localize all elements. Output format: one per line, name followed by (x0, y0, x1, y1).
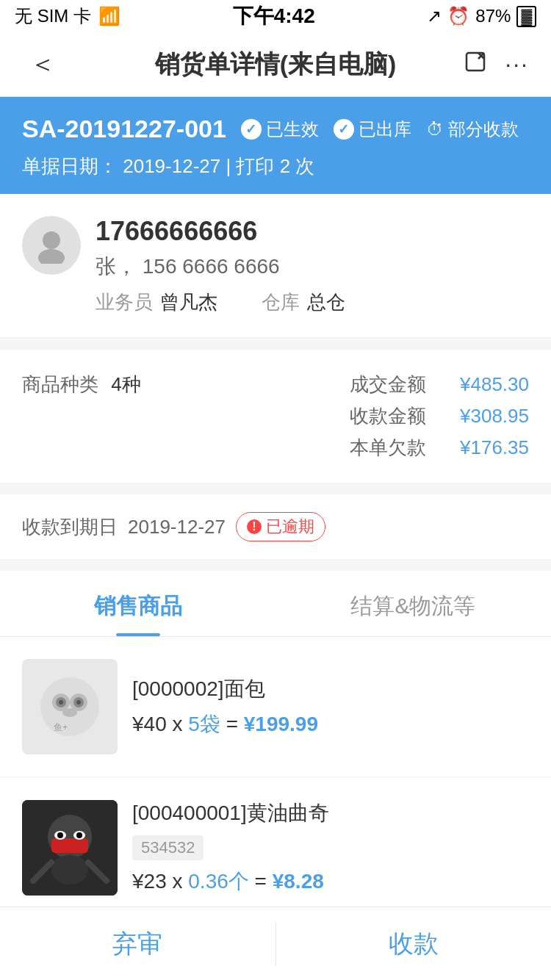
amount-label: 成交金额 (350, 372, 426, 397)
status-time: 下午4:42 (233, 2, 315, 30)
battery-icon: ▓ (516, 6, 536, 27)
customer-meta: 业务员 曾凡杰 仓库 总仓 (96, 289, 529, 315)
warehouse-item: 仓库 总仓 (262, 289, 345, 315)
order-header: SA-20191227-001 ✓ 已生效 ✓ 已出库 ⏱ 部分收款 单据日期：… (0, 97, 551, 194)
back-button[interactable]: ＜ (22, 39, 63, 90)
order-date: 2019-12-27 (123, 155, 220, 177)
svg-point-8 (59, 700, 63, 705)
product-item-2: [000400001]黄油曲奇 534532 ¥23 x 0.36个 = ¥8.… (0, 777, 551, 918)
product-code-1: [0000002]面包 (132, 675, 529, 703)
share-icon[interactable] (464, 49, 487, 80)
stats-section: 商品种类 4种 成交金额 ¥485.30 收款金额 ¥308.95 本单欠款 ¥… (0, 350, 551, 483)
amount-row: 成交金额 ¥485.30 (350, 372, 529, 397)
customer-section: 17666666666 张， 156 6666 6666 业务员 曾凡杰 仓库 … (0, 194, 551, 338)
product-image-1: 鱼+ (22, 659, 118, 754)
page-title: 销货单详情(来自电脑) (155, 48, 397, 82)
order-status-row: SA-20191227-001 ✓ 已生效 ✓ 已出库 ⏱ 部分收款 (22, 115, 529, 143)
customer-name-phone: 张， 156 6666 6666 (96, 253, 529, 281)
collect-button[interactable]: 收款 (276, 912, 552, 976)
eq-2: = (255, 870, 273, 893)
status-partial: ⏱ 部分收款 (426, 118, 519, 141)
type-value: 4种 (111, 373, 140, 395)
product-type-count: 商品种类 4种 (22, 372, 141, 397)
product-tag-2: 534532 (132, 835, 204, 860)
status-left: 无 SIM 卡 📶 (15, 4, 120, 28)
tab-settlement[interactable]: 结算&物流等 (276, 571, 551, 636)
owed-row: 本单欠款 ¥176.35 (350, 435, 529, 461)
svg-point-18 (76, 832, 82, 838)
status-bar: 无 SIM 卡 📶 下午4:42 ↗ ⏰ 87% ▓ (0, 0, 551, 32)
product-info-2: [000400001]黄油曲奇 534532 ¥23 x 0.36个 = ¥8.… (132, 799, 529, 896)
divider: | (226, 155, 236, 177)
received-label: 收款金额 (350, 403, 426, 429)
abandon-button[interactable]: 弃审 (0, 912, 276, 976)
eq-1: = (226, 713, 244, 735)
product-info-1: [0000002]面包 ¥40 x 5袋 = ¥199.99 (132, 675, 529, 738)
svg-point-9 (76, 700, 81, 705)
svg-rect-14 (51, 838, 88, 853)
print-num: 2 (280, 155, 290, 177)
check-icon-1: ✓ (241, 119, 262, 140)
financial-stats: 成交金额 ¥485.30 收款金额 ¥308.95 本单欠款 ¥176.35 (350, 372, 529, 461)
print-unit: 次 (295, 155, 314, 177)
product-price-2: ¥23 x 0.36个 = ¥8.28 (132, 868, 529, 896)
svg-point-17 (57, 832, 63, 838)
type-label: 商品种类 (22, 373, 98, 395)
total-2: ¥8.28 (273, 870, 324, 893)
multiply-1: x (173, 713, 189, 735)
product-price-1: ¥40 x 5袋 = ¥199.99 (132, 710, 529, 738)
owed-value: ¥176.35 (441, 436, 529, 459)
received-row: 收款金额 ¥308.95 (350, 403, 529, 429)
date-label: 单据日期： (22, 155, 118, 177)
nav-bar: ＜ 销货单详情(来自电脑) ··· (0, 32, 551, 97)
print-label: 打印 (236, 155, 274, 177)
nav-actions: ··· (464, 49, 529, 80)
svg-point-1 (43, 231, 60, 249)
tab-products[interactable]: 销售商品 (0, 571, 276, 636)
order-date-row: 单据日期： 2019-12-27 | 打印 2 次 (22, 154, 529, 179)
clock-icon: ⏱ (426, 119, 444, 140)
svg-point-19 (51, 855, 88, 884)
location-icon: ↗ (427, 6, 442, 26)
overdue-text: 已逾期 (266, 516, 314, 538)
qty-1: 5袋 (188, 713, 220, 735)
tabs: 销售商品 结算&物流等 (0, 571, 551, 637)
qty-2: 0.36个 (188, 870, 249, 893)
amount-value: ¥485.30 (441, 373, 529, 396)
total-1: ¥199.99 (244, 713, 318, 735)
customer-id: 17666666666 (96, 216, 529, 247)
base-price-1: ¥40 (132, 713, 167, 735)
due-label: 收款到期日 (22, 514, 118, 540)
products-list: 鱼+ [0000002]面包 ¥40 x 5袋 = ¥199.99 (0, 637, 551, 918)
battery-text: 87% (475, 6, 511, 26)
svg-point-10 (62, 708, 77, 717)
status-shipped: ✓ 已出库 (334, 118, 411, 141)
warehouse-label: 仓库 (262, 289, 300, 315)
status-effective: ✓ 已生效 (241, 118, 319, 141)
wifi-icon: 📶 (98, 6, 120, 26)
order-id: SA-20191227-001 (22, 115, 226, 143)
overdue-icon: ! (247, 519, 262, 534)
more-icon[interactable]: ··· (505, 51, 529, 78)
owed-label: 本单欠款 (350, 435, 426, 461)
due-date: 2019-12-27 (128, 516, 226, 538)
warehouse-value: 总仓 (307, 289, 345, 315)
salesperson-label: 业务员 (96, 289, 153, 315)
salesperson-item: 业务员 曾凡杰 (96, 289, 217, 315)
due-date-section: 收款到期日 2019-12-27 ! 已逾期 (0, 494, 551, 559)
product-image-2 (22, 800, 118, 896)
bottom-bar: 弃审 收款 (0, 907, 551, 980)
salesperson-value: 曾凡杰 (160, 289, 217, 315)
received-value: ¥308.95 (441, 405, 529, 428)
product-item-1: 鱼+ [0000002]面包 ¥40 x 5袋 = ¥199.99 (0, 637, 551, 777)
svg-text:鱼+: 鱼+ (54, 722, 68, 732)
overdue-badge: ! 已逾期 (236, 512, 325, 541)
avatar (22, 216, 81, 275)
status-right: ↗ ⏰ 87% ▓ (427, 6, 536, 27)
svg-point-3 (40, 677, 99, 736)
multiply-2: x (173, 870, 189, 893)
check-icon-2: ✓ (334, 119, 354, 140)
customer-info: 17666666666 张， 156 6666 6666 业务员 曾凡杰 仓库 … (96, 216, 529, 315)
carrier-text: 无 SIM 卡 (15, 4, 91, 28)
base-price-2: ¥23 (132, 870, 167, 893)
